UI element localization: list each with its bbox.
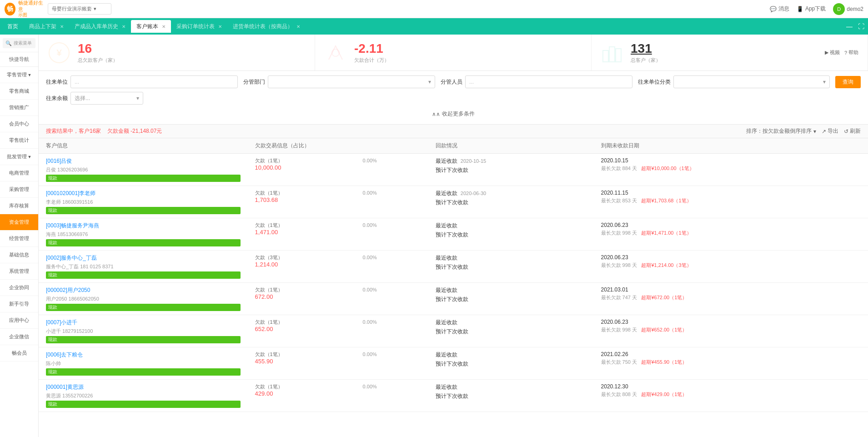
customer-info-5: [0007]小进千 小进千 18279152100 现款 [46,319,241,343]
manager-input[interactable]: ... [465,75,632,88]
chevron-down-icon: ▾ [823,79,826,85]
sidebar: 🔍 搜索菜单 快捷导航 零售管理 ▼ 零售商城 营销推广 会员中心 零售统计 批… [0,35,39,437]
source-unit-input[interactable]: ... [70,75,238,88]
customer-name-7[interactable]: [000001]黄思源 [46,383,241,391]
sort-select[interactable]: 排序：按欠款金额倒序排序 ▾ [746,127,816,135]
overdue-link-2[interactable]: 超期¥1,471.00（1笔） [641,230,691,236]
tab-minimize-btn[interactable]: — [844,21,854,32]
customer-name-0[interactable]: [0016]吕俊 [46,157,241,165]
customer-name-4[interactable]: [000002]用户2050 [46,286,241,294]
cell-recovery-4: 最近收款 预计下次收款 [428,283,593,315]
tab-close-purchase[interactable]: ✕ [218,24,222,29]
customer-name-6[interactable]: [0006]去下粮仓 [46,351,241,359]
debt-amount-0[interactable]: 10,000.00 [255,164,348,171]
overdue-link-7[interactable]: 超期¥429.00（1笔） [641,392,687,397]
debt-amount-6[interactable]: 455.90 [255,358,348,365]
debt-amount-5[interactable]: 652.00 [255,326,348,332]
sidebar-item-apps[interactable]: 应用中心 [0,312,38,329]
filter-row-1: 往来单位 ... 分管部门 ▾ 分管人员 ... [46,75,861,88]
debt-amount-1[interactable]: 1,703.68 [255,196,348,203]
overdue-link-1[interactable]: 超期¥1,703.68（1笔） [641,198,691,203]
sidebar-item-finance[interactable]: 资金管理 [0,214,38,231]
message-btn[interactable]: 💬 消息 [770,5,789,13]
category-select[interactable]: ▾ [673,75,830,88]
sidebar-item-batch-mgmt[interactable]: 批发管理 ▼ [0,149,38,165]
col-recovery: 回款情况 [428,138,593,154]
overdue-info-3: 2020.06.23 最长欠款 998 天 超期¥1,214.00（3笔） [601,254,861,269]
company-select[interactable]: 母婴行业演示账套 ▾ [48,3,111,15]
debt-icon: ¥ [48,41,70,64]
customer-name-1[interactable]: [0001020001]李老师 [46,190,241,197]
balance-select[interactable]: 选择... ▾ [70,92,143,105]
view-video-btn[interactable]: ▶ 视频 [825,49,840,56]
debt-amount-7[interactable]: 429.00 [255,390,348,397]
export-btn[interactable]: ↗ 导出 [822,127,838,135]
recovery-info-3: 最近收款 预计下次收款 [436,254,586,271]
svg-rect-3 [603,50,608,62]
sidebar-item-member[interactable]: 会员中心 [0,116,38,132]
filter-category-label: 往来单位分类 [638,78,671,86]
debt-percent-3: 0.00% [363,255,377,260]
tab-close-produce[interactable]: ✕ [122,24,125,29]
cell-customer-info-0: [0016]吕俊 吕俊 13026203696 现款 [39,154,248,186]
overdue-link-5[interactable]: 超期¥652.00（1笔） [641,327,687,332]
sidebar-item-marketing[interactable]: 营销推广 [0,100,38,116]
tab-close-customer[interactable]: ✕ [162,24,166,29]
recovery-info-5: 最近收款 预计下次收款 [436,319,586,336]
debt-count-6: 欠款（1笔） [255,351,348,358]
tab-goods[interactable]: 商品上下架 ✕ [24,20,69,33]
sidebar-item-purchase[interactable]: 采购管理 [0,181,38,198]
customer-name-3[interactable]: [0002]服务中心_丁磊 [46,254,241,262]
filter-collapse-btn[interactable]: ∧∧ 收起更多条件 [46,108,861,120]
sidebar-item-retail-mall[interactable]: 零售商城 [0,83,38,100]
tab-close-inbound[interactable]: ✕ [296,24,300,29]
overdue-info-1: 2020.11.15 最长欠款 853 天 超期¥1,703.68（1笔） [601,190,861,204]
table-row: [0001020001]李老师 李老师 18600391516 现款 欠款（1笔… [39,186,868,218]
tab-home[interactable]: 首页 [2,23,24,30]
dept-select[interactable]: ▾ [268,75,435,88]
sidebar-item-basic[interactable]: 基础信息 [0,247,38,263]
tab-customer[interactable]: 客户账本 ✕ [131,20,171,33]
tab-produce[interactable]: 产成品入库单历史 ✕ [69,20,131,33]
overdue-link-6[interactable]: 超期¥455.90（1笔） [641,359,687,365]
total-customers-number: 131 [631,41,661,56]
tab-inbound[interactable]: 进货单统计表（按商品） ✕ [227,20,306,33]
table-row: [0002]服务中心_丁磊 服务中心_丁磊 181 0125 8371 现款 欠… [39,251,868,283]
overdue-link-3[interactable]: 超期¥1,214.00（3笔） [641,262,691,268]
last-payment-label-7: 最近收款 [436,384,457,390]
sidebar-item-weixin[interactable]: 企业微信 [0,329,38,345]
sidebar-quick-nav[interactable]: 快捷导航 [0,52,38,67]
tab-purchase[interactable]: 采购订单统计表 ✕ [171,20,227,33]
customer-table: 客户信息 欠款交易信息（占比） 回款情况 到期未收款日期 [0016]吕俊 吕俊… [39,138,868,412]
sidebar-item-retail-mgmt[interactable]: 零售管理 ▼ [0,67,38,83]
refresh-btn[interactable]: ↺ 刷新 [844,127,861,135]
debt-amount-2[interactable]: 1,471.00 [255,229,348,236]
tab-close-goods[interactable]: ✕ [60,24,64,29]
chevron-down-icon: ▼ [28,73,32,77]
overdue-link-4[interactable]: 超期¥672.00（1笔） [641,295,687,300]
user-avatar[interactable]: D demo2 [833,3,863,15]
debt-amount-4[interactable]: 672.00 [255,293,348,300]
customer-name-2[interactable]: [0003]畅捷服务尹海燕 [46,222,241,230]
sidebar-item-newbie[interactable]: 新手引导 [0,296,38,312]
search-button[interactable]: 查询 [835,76,861,88]
help-btn[interactable]: ? 帮助 [844,49,858,56]
overdue-link-0[interactable]: 超期¥10,000.00（1笔） [641,166,694,171]
collapse-icon: ∧∧ [432,111,440,117]
sidebar-item-operation[interactable]: 经营管理 [0,231,38,247]
cell-customer-info-7: [000001]黄思源 黄思源 13552700226 现款 [39,380,248,412]
export-icon: ↗ [822,128,826,135]
sidebar-item-ecommerce[interactable]: 电商管理 [0,165,38,181]
debt-amount-3[interactable]: 1,214.00 [255,261,348,268]
sidebar-item-inventory[interactable]: 库存核算 [0,198,38,214]
tab-maximize-btn[interactable]: ⛶ [856,21,866,32]
sidebar-item-retail-stat[interactable]: 零售统计 [0,132,38,149]
overdue-info-5: 2020.06.23 最长欠款 998 天 超期¥652.00（1笔） [601,319,861,333]
app-download-btn[interactable]: 📱 App下载 [797,5,826,13]
sidebar-item-vip[interactable]: 畅会员 [0,345,38,362]
sidebar-item-corp[interactable]: 企业协同 [0,280,38,296]
customer-name-5[interactable]: [0007]小进千 [46,319,241,326]
help-icon: ? [844,50,847,55]
sidebar-item-system[interactable]: 系统管理 [0,263,38,280]
sidebar-search-box[interactable]: 🔍 搜索菜单 [3,38,35,48]
